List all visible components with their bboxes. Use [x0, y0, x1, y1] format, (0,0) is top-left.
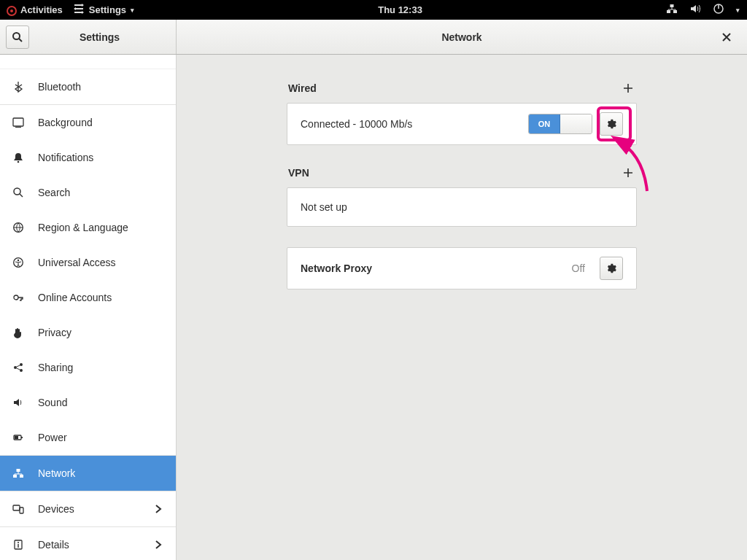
gear-icon — [606, 119, 616, 129]
vpn-title: VPN — [288, 167, 309, 179]
power-status-icon[interactable] — [713, 3, 724, 17]
sidebar-item-label: Notifications — [38, 152, 93, 163]
share-icon — [12, 362, 25, 373]
proxy-settings-button[interactable] — [600, 257, 623, 280]
sidebar-item-search[interactable]: Search — [0, 175, 176, 210]
sidebar: Bluetooth Background Notifications Searc… — [0, 55, 177, 560]
cloud-key-icon — [12, 292, 25, 303]
settings-app-icon — [73, 3, 85, 17]
hand-icon — [12, 327, 25, 338]
panel-clock[interactable]: Thu 12:33 — [378, 4, 422, 15]
background-icon — [12, 117, 25, 128]
sidebar-item-label: Online Accounts — [38, 292, 112, 303]
bell-icon — [12, 152, 25, 163]
gnome-top-panel: Activities Settings ▾ Thu 12:33 ▾ — [0, 0, 747, 20]
sidebar-item-online[interactable]: Online Accounts — [0, 280, 176, 315]
svg-rect-22 — [21, 437, 23, 438]
power-icon — [12, 432, 25, 443]
svg-point-18 — [14, 366, 17, 369]
page-title: Network — [441, 31, 481, 43]
plus-icon — [622, 82, 634, 94]
sidebar-item-label: Power — [38, 432, 67, 443]
add-vpn-button[interactable] — [621, 166, 635, 180]
vpn-row: Not set up — [287, 188, 636, 226]
sidebar-item-bluetooth[interactable]: Bluetooth — [0, 69, 176, 104]
sidebar-item-sharing[interactable]: Sharing — [0, 350, 176, 385]
sidebar-item-label: Background — [38, 117, 93, 128]
sidebar-item-wifi[interactable] — [0, 55, 176, 69]
speaker-icon — [12, 397, 25, 408]
sidebar-item-label: Devices — [38, 503, 74, 515]
wired-title: Wired — [288, 82, 317, 94]
wired-toggle[interactable]: ON — [528, 114, 592, 134]
svg-rect-24 — [13, 475, 17, 478]
globe-icon — [12, 222, 25, 233]
app-menu-label: Settings — [89, 4, 126, 15]
toggle-on-label: ON — [529, 114, 560, 133]
svg-rect-23 — [15, 436, 18, 439]
add-wired-button[interactable] — [621, 81, 635, 96]
chevron-right-icon — [152, 539, 164, 551]
svg-rect-26 — [17, 469, 20, 472]
svg-rect-4 — [670, 4, 674, 7]
svg-line-13 — [20, 194, 23, 197]
proxy-status: Off — [572, 262, 585, 274]
plus-icon — [622, 167, 634, 179]
svg-rect-10 — [15, 127, 21, 128]
wired-settings-button[interactable] — [600, 112, 623, 136]
sidebar-title: Settings — [29, 31, 170, 43]
network-status-icon[interactable] — [666, 3, 678, 17]
svg-point-7 — [13, 33, 20, 39]
close-button[interactable] — [713, 31, 740, 43]
sidebar-item-label: Details — [38, 539, 69, 551]
sidebar-item-privacy[interactable]: Privacy — [0, 315, 176, 350]
network-icon — [12, 467, 25, 479]
vpn-status: Not set up — [301, 201, 347, 213]
svg-point-12 — [14, 188, 20, 195]
gear-icon — [606, 263, 616, 273]
svg-point-19 — [20, 363, 23, 366]
svg-rect-3 — [673, 10, 677, 13]
sidebar-item-label: Search — [38, 187, 70, 198]
svg-rect-31 — [18, 544, 18, 548]
svg-point-20 — [20, 369, 23, 372]
svg-rect-25 — [20, 475, 23, 478]
sidebar-item-background[interactable]: Background — [0, 105, 176, 140]
sidebar-item-devices[interactable]: Devices — [0, 491, 176, 526]
activities-button[interactable]: Activities — [6, 4, 63, 15]
svg-point-30 — [18, 542, 19, 543]
sidebar-item-network[interactable]: Network — [0, 456, 176, 491]
accessibility-icon — [12, 257, 25, 268]
svg-point-16 — [18, 259, 19, 260]
sidebar-item-label: Privacy — [38, 327, 71, 338]
wired-section: Wired Connected - 10000 Mb/s ON — [287, 81, 637, 145]
wired-connection-row: Connected - 10000 Mb/s ON — [287, 104, 636, 144]
search-button[interactable] — [6, 26, 29, 49]
svg-point-17 — [14, 295, 18, 300]
system-menu-chevron-icon[interactable]: ▾ — [736, 7, 740, 14]
sidebar-item-universal[interactable]: Universal Access — [0, 245, 176, 280]
sidebar-item-label: Sound — [38, 397, 67, 408]
proxy-title: Network Proxy — [301, 262, 372, 274]
sidebar-item-power[interactable]: Power — [0, 420, 176, 455]
svg-rect-27 — [13, 505, 20, 510]
info-icon — [12, 539, 25, 551]
sidebar-item-details[interactable]: Details — [0, 527, 176, 560]
svg-line-8 — [19, 39, 22, 42]
proxy-section: Network Proxy Off — [287, 247, 637, 289]
close-icon — [721, 31, 732, 43]
search-icon — [12, 31, 23, 43]
chevron-right-icon — [152, 503, 164, 515]
sidebar-item-sound[interactable]: Sound — [0, 385, 176, 420]
volume-status-icon[interactable] — [689, 3, 701, 17]
svg-point-1 — [10, 9, 13, 12]
search-icon — [12, 187, 25, 198]
app-menu[interactable]: Settings ▾ — [73, 3, 134, 17]
sidebar-item-region[interactable]: Region & Language — [0, 210, 176, 245]
activities-label: Activities — [20, 4, 63, 15]
bluetooth-icon — [12, 81, 25, 93]
wired-status: Connected - 10000 Mb/s — [301, 118, 412, 130]
sidebar-item-notifications[interactable]: Notifications — [0, 140, 176, 175]
sidebar-item-label: Bluetooth — [38, 81, 81, 93]
svg-rect-28 — [20, 508, 23, 513]
